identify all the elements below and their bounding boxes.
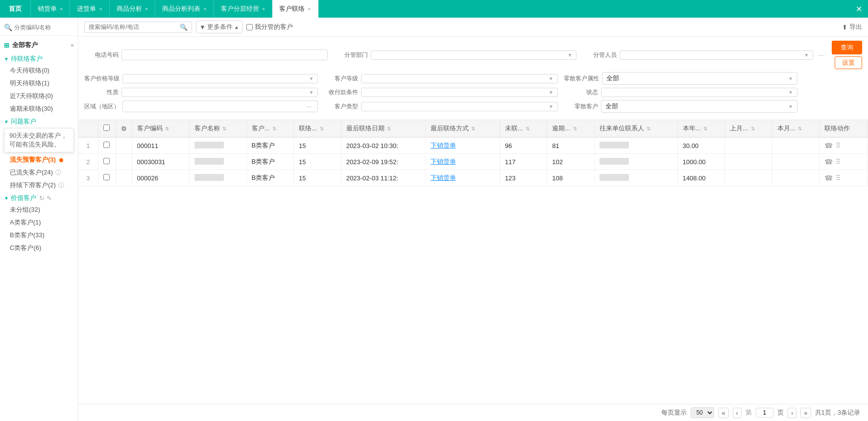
more-conditions-btn[interactable]: ▼ 更多条件 ▲ bbox=[196, 21, 242, 33]
sidebar-search-input[interactable] bbox=[14, 24, 74, 31]
row-1-name-blurred bbox=[194, 142, 224, 149]
row-1-contact-icon[interactable]: ☎ bbox=[824, 142, 833, 149]
declining-info-icon[interactable]: ⓘ bbox=[58, 182, 64, 189]
retail-customer-arrow-icon: ▼ bbox=[788, 104, 793, 109]
col-name[interactable]: 客户名称 ⇅ bbox=[189, 120, 246, 137]
sidebar-item-week[interactable]: 近7天待联络(0) bbox=[0, 90, 78, 102]
last-page-btn[interactable]: » bbox=[800, 408, 811, 418]
tab-goods-analysis-list[interactable]: 商品分析列表 × bbox=[155, 0, 214, 18]
export-icon: ⬆ bbox=[842, 24, 847, 31]
region-more-icon[interactable]: ··· bbox=[304, 102, 314, 110]
customer-level-select[interactable]: ▼ bbox=[361, 74, 557, 83]
tab-goods-analysis-close[interactable]: × bbox=[145, 6, 148, 12]
sidebar-item-declining[interactable]: 持续下滑客户(2) ⓘ bbox=[0, 179, 78, 192]
tab-customer-segment-close[interactable]: × bbox=[262, 6, 265, 12]
manager-more-icon[interactable]: ··· bbox=[816, 51, 826, 59]
tab-sales-close[interactable]: × bbox=[60, 6, 63, 12]
filter-search-input[interactable] bbox=[89, 24, 178, 30]
filter-row-3: 性质 ▼ 收付款条件 ▼ 状态 bbox=[84, 88, 862, 97]
row-3-contact-icon[interactable]: ☎ bbox=[824, 174, 833, 182]
col-last-contact-date[interactable]: 最后联络日期 ⇅ bbox=[341, 120, 425, 137]
row-3-checkbox[interactable] bbox=[103, 174, 110, 180]
already-lost-info-icon[interactable]: ⓘ bbox=[55, 169, 61, 176]
payment-select[interactable]: ▼ bbox=[361, 88, 557, 97]
value-customers-edit-icon[interactable]: ✎ bbox=[47, 195, 52, 202]
setting-button[interactable]: 设置 bbox=[835, 56, 862, 69]
price-level-select[interactable]: ▼ bbox=[122, 74, 318, 83]
sidebar-group-pending-contact[interactable]: ▼ 待联络客户 bbox=[0, 52, 78, 64]
col-settings[interactable]: ⚙ bbox=[116, 120, 132, 137]
tab-goods-analysis-list-close[interactable]: × bbox=[203, 6, 206, 12]
my-customers-checkbox[interactable] bbox=[246, 24, 253, 30]
sidebar-item-tomorrow[interactable]: 明天待联络(1) bbox=[0, 77, 78, 90]
tab-purchase[interactable]: 进货单 × bbox=[70, 0, 109, 18]
first-page-btn[interactable]: « bbox=[718, 408, 728, 418]
sidebar-group-value-customers[interactable]: ▼ 价值客户 ↻ ✎ bbox=[0, 192, 78, 203]
tab-purchase-close[interactable]: × bbox=[99, 6, 102, 12]
row-2-contact-icon[interactable]: ☎ bbox=[824, 158, 833, 166]
col-type[interactable]: 客户... ⇅ bbox=[246, 120, 294, 137]
row-1-contact: 15 bbox=[294, 137, 341, 154]
gender-select[interactable]: ▼ bbox=[121, 88, 318, 97]
col-last-contact-method[interactable]: 最后联络方式 ⇅ bbox=[425, 120, 500, 137]
row-3-more-icon[interactable]: ⠿ bbox=[836, 174, 841, 182]
tab-customer-segment[interactable]: 客户分层经营 × bbox=[214, 0, 272, 18]
dept-select[interactable]: ▼ bbox=[371, 50, 577, 60]
sidebar-item-at-risk-predicted[interactable]: 流失预警客户(3) bbox=[0, 153, 78, 166]
select-all-checkbox[interactable] bbox=[103, 124, 110, 131]
prev-page-btn[interactable]: ‹ bbox=[733, 408, 742, 418]
row-2-last-contact-method-link[interactable]: 下销货单 bbox=[431, 158, 456, 165]
col-code[interactable]: 客户编码 ⇅ bbox=[132, 120, 189, 137]
value-customers-refresh-icon[interactable]: ↻ bbox=[39, 195, 45, 202]
sidebar-item-class-a[interactable]: A类客户(1) bbox=[0, 216, 78, 229]
row-2-type: B类客户 bbox=[246, 154, 294, 170]
close-all-tabs[interactable]: ✕ bbox=[856, 4, 868, 14]
sidebar-item-unsorted[interactable]: 未分组(32) bbox=[0, 203, 78, 216]
status-select[interactable]: ▼ bbox=[601, 88, 797, 97]
row-2-more-icon[interactable]: ⠿ bbox=[836, 158, 841, 166]
col-this-year[interactable]: 本年... ⇅ bbox=[677, 120, 725, 137]
tab-goods-analysis[interactable]: 商品分析 × bbox=[110, 0, 155, 18]
retail-attr-select[interactable]: 全部 ▼ bbox=[602, 72, 797, 85]
unsorted-label: 未分组(32) bbox=[10, 206, 40, 213]
at-risk-dot bbox=[59, 158, 63, 162]
row-1-checkbox[interactable] bbox=[103, 142, 110, 148]
page-size-select[interactable]: 50 bbox=[691, 407, 714, 418]
sidebar-item-today[interactable]: 今天待联络(0) bbox=[0, 64, 78, 77]
customer-type-select[interactable]: ▼ bbox=[361, 102, 557, 111]
tab-home[interactable]: 首页 bbox=[0, 0, 31, 18]
row-3-num: 3 bbox=[78, 170, 98, 186]
manager-select[interactable]: ▼ bbox=[620, 50, 813, 60]
sidebar-item-overdue[interactable]: 逾期未联络(30) bbox=[0, 102, 78, 115]
col-contact[interactable]: 联络... ⇅ bbox=[294, 120, 341, 137]
sidebar-item-already-lost[interactable]: 已流失客户(24) ⓘ bbox=[0, 166, 78, 179]
col-uncontacted[interactable]: 未联... ⇅ bbox=[500, 120, 547, 137]
next-page-btn[interactable]: › bbox=[788, 408, 796, 418]
col-overdue[interactable]: 逾期... ⇅ bbox=[547, 120, 595, 137]
row-3-contact: 15 bbox=[294, 170, 341, 186]
filter-search-icon[interactable]: 🔍 bbox=[180, 24, 188, 31]
export-btn[interactable]: ⬆ 导出 bbox=[842, 23, 862, 31]
sidebar-item-today-label: 今天待联络(0) bbox=[10, 67, 49, 74]
col-unit-contact[interactable]: 往来单位联系人 ⇅ bbox=[594, 120, 677, 137]
sidebar-item-class-c[interactable]: C类客户(6) bbox=[0, 242, 78, 254]
my-customers-checkbox-label[interactable]: 我分管的客户 bbox=[246, 23, 293, 31]
sidebar-collapse-btn[interactable]: « bbox=[71, 42, 74, 49]
sidebar-item-class-b[interactable]: B类客户(33) bbox=[0, 229, 78, 242]
phone-input[interactable] bbox=[121, 50, 328, 60]
retail-customer-select[interactable]: 全部 ▼ bbox=[601, 100, 797, 113]
sidebar-group-at-risk[interactable]: ▼ 问题客户 bbox=[0, 115, 78, 127]
tab-customer-contact-close[interactable]: × bbox=[308, 6, 311, 12]
tab-sales[interactable]: 销货单 × bbox=[31, 0, 70, 18]
tab-customer-contact[interactable]: 客户联络 × bbox=[272, 0, 318, 18]
row-2-checkbox[interactable] bbox=[103, 158, 110, 164]
col-this-month[interactable]: 本月... ⇅ bbox=[772, 120, 820, 137]
row-1-last-contact-method-link[interactable]: 下销货单 bbox=[431, 142, 456, 149]
page-input[interactable] bbox=[756, 408, 773, 418]
row-3-last-contact-method-link[interactable]: 下销货单 bbox=[431, 174, 456, 181]
col-last-month[interactable]: 上月... ⇅ bbox=[725, 120, 772, 137]
row-1-more-icon[interactable]: ⠿ bbox=[836, 142, 841, 149]
customer-level-arrow-icon: ▼ bbox=[549, 76, 554, 81]
region-select[interactable]: ··· bbox=[122, 100, 318, 112]
query-button[interactable]: 查询 bbox=[832, 41, 862, 54]
